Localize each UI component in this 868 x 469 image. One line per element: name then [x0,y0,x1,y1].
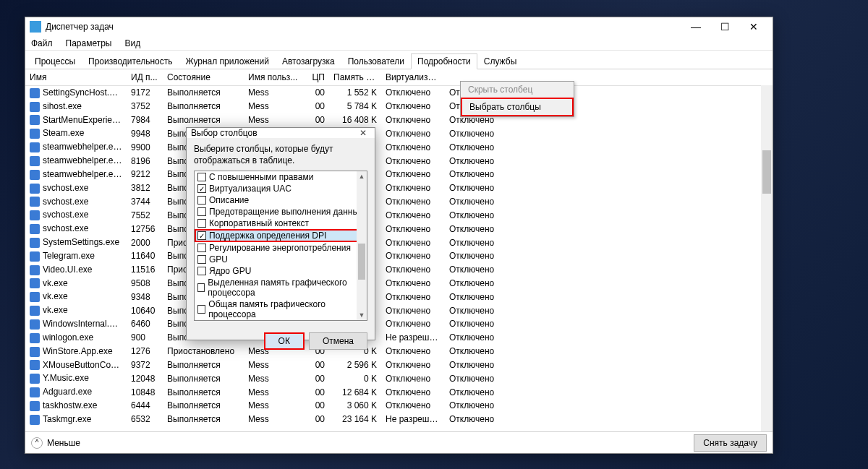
menu-params[interactable]: Параметры [63,37,115,50]
option-label: С повышенными правами [209,172,313,182]
dialog-title: Выбор столбцов [191,128,258,138]
table-row[interactable]: SettingSyncHost.exe9172ВыполняетсяMess00… [25,86,773,100]
less-button[interactable]: ^ Меньше [31,437,80,449]
checkbox[interactable] [197,255,206,264]
header-status[interactable]: Состояние [163,69,244,86]
scroll-down-icon[interactable]: ▼ [357,310,367,320]
column-option[interactable]: ✓Поддержка определения DPI [195,229,367,242]
column-option[interactable]: Регулирование энергопотребления [195,242,367,254]
tab-3[interactable]: Автозагрузка [276,53,341,69]
menu-file[interactable]: Файл [28,37,56,50]
header-user[interactable]: Имя польз... [244,69,303,86]
option-label: Описание [209,195,249,205]
header-virt[interactable]: Виртуализаци... [381,69,445,86]
column-option[interactable]: Общая память графического процессора [195,298,367,320]
column-option[interactable]: Ядро GPU [195,265,367,277]
table-row[interactable]: winlogon.exe900ВыполняетсяНе разрешеноОт… [25,331,773,345]
table-row[interactable]: Adguard.exe10848ВыполняетсяMess0012 684 … [25,385,773,399]
process-icon [30,360,40,370]
table-row[interactable]: WinStore.App.exe1276ПриостановленоMess00… [25,345,773,358]
table-row[interactable]: Y.Music.exe12048ВыполняетсяMess000 KОткл… [25,371,773,385]
menu-view[interactable]: Вид [122,37,143,50]
checkbox[interactable] [197,196,206,205]
scrollbar[interactable] [761,85,773,431]
table-row[interactable]: Video.UI.exe11516ПриоОтключеноОтключено [25,263,773,277]
checkbox[interactable] [197,219,206,228]
header-name[interactable]: Имя [25,69,127,86]
process-icon [30,238,40,248]
table-row[interactable]: steamwebhelper.exe9212ВыполОтключеноОткл… [25,168,773,181]
table-row[interactable]: Steam.exe9948ВыполОтключеноОтключено [25,126,773,140]
table-row[interactable]: vk.exe10640ВыполОтключеноОтключено [25,304,773,317]
dialog-titlebar[interactable]: Выбор столбцов ✕ [187,128,375,138]
tab-5[interactable]: Подробности [411,53,477,69]
column-option[interactable]: Выделенная память графического процессор… [195,277,367,298]
ctx-choose-columns[interactable]: Выбрать столбцы [461,98,574,116]
table-row[interactable]: vk.exe9508ВыполОтключеноОтключено [25,277,773,291]
table-row[interactable]: steamwebhelper.exe9900ВыполОтключеноОткл… [25,140,773,154]
table-row[interactable]: sihost.exe3752ВыполняетсяMess005 784 KОт… [25,100,773,113]
cancel-button[interactable]: Отмена [309,332,367,350]
option-label: Общая память графического процессора [208,299,364,319]
dialog-scrollbar-thumb[interactable] [358,244,365,280]
option-label: Поддержка определения DPI [209,231,326,241]
process-icon [30,387,40,397]
maximize-button[interactable]: ☐ [710,17,739,36]
checkbox[interactable] [197,283,205,292]
checkbox[interactable] [197,267,206,275]
table-row[interactable]: StartMenuExperienc...7984ВыполняетсяMess… [25,113,773,127]
table-row[interactable]: svchost.exe12756ВыполОтключеноОтключено [25,222,773,236]
column-option[interactable]: Корпоративный контекст [195,218,367,229]
tab-4[interactable]: Пользователи [341,53,411,69]
header-cpu[interactable]: ЦП [303,69,329,86]
checkbox[interactable] [197,173,206,181]
checkbox[interactable]: ✓ [197,231,206,240]
column-option[interactable]: Предотвращение выполнения данных [195,206,367,218]
tab-2[interactable]: Журнал приложений [179,53,276,69]
minimize-button[interactable]: — [681,17,710,36]
process-icon [30,306,40,316]
column-option[interactable]: С повышенными правами [195,171,367,183]
process-icon [30,156,40,166]
table-row[interactable]: Taskmgr.exe6532ВыполняетсяMess0023 164 K… [25,413,773,426]
table-row[interactable]: taskhostw.exe6444ВыполняетсяMess003 060 … [25,399,773,413]
table-row[interactable]: vk.exe9348ВыполОтключеноОтключено [25,290,773,304]
end-task-button[interactable]: Снять задачу [694,434,767,452]
process-icon [30,210,40,220]
process-icon [30,292,40,302]
app-icon [30,21,41,33]
option-label: Предотвращение выполнения данных [209,207,363,217]
option-label: Ядро GPU [209,266,251,276]
ok-button[interactable]: ОК [264,332,305,350]
dialog-close-icon[interactable]: ✕ [356,128,370,138]
checkbox[interactable] [197,305,205,314]
dialog-scrollbar[interactable]: ▲ ▼ [357,171,367,320]
process-icon [30,401,40,411]
checkbox[interactable] [197,244,206,252]
close-button[interactable]: ✕ [739,17,768,36]
table-row[interactable]: Telegram.exe11640ВыполОтключеноОтключено [25,249,773,263]
tab-6[interactable]: Службы [477,53,523,69]
process-icon [30,129,40,139]
tab-1[interactable]: Производительность [82,53,179,69]
checkbox[interactable] [197,207,206,216]
table-row[interactable]: WindowsInternal.Co...6460ВыполняетсяОткл… [25,317,773,331]
titlebar[interactable]: Диспетчер задач — ☐ ✕ [25,17,773,36]
process-icon [30,251,40,262]
scroll-up-icon[interactable]: ▲ [357,171,367,181]
table-row[interactable]: svchost.exe3812ВыполОтключеноОтключено [25,181,773,195]
header-mem[interactable]: Память (ак... [329,69,381,86]
scrollbar-thumb[interactable] [762,150,771,194]
table-row[interactable]: svchost.exe7552ВыполОтключеноОтключено [25,208,773,222]
column-option[interactable]: Описание [195,194,367,206]
table-row[interactable]: steamwebhelper.exe8196ВыполОтключеноОткл… [25,154,773,168]
ctx-hide-column[interactable]: Скрыть столбец [461,82,574,98]
table-row[interactable]: XMouseButtonContro...9372ВыполняетсяMess… [25,358,773,372]
column-option[interactable]: GPU [195,254,367,265]
table-row[interactable]: SystemSettings.exe2000ПриоОтключеноОтклю… [25,236,773,249]
checkbox[interactable]: ✓ [197,184,206,193]
table-row[interactable]: svchost.exe3744ВыполОтключеноОтключено [25,195,773,209]
tab-0[interactable]: Процессы [28,53,82,69]
header-pid[interactable]: ИД п... [127,69,163,86]
column-option[interactable]: ✓Виртуализация UAC [195,183,367,194]
